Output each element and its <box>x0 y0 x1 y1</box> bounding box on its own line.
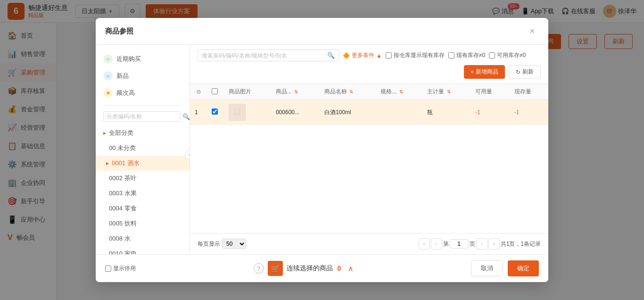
img-placeholder-icon: 🖼 <box>233 108 241 117</box>
show-disabled-checkbox[interactable] <box>105 266 111 272</box>
divider <box>103 105 182 106</box>
add-product-button[interactable]: + 新增商品 <box>464 65 505 79</box>
add-icon: + <box>471 69 474 75</box>
category-0002[interactable]: 0002 茶叶 <box>96 171 190 186</box>
refresh-label: 刷新 <box>522 68 534 76</box>
gear-col-icon[interactable]: ⚙ <box>195 89 202 95</box>
col-unit[interactable]: 主计量 ⇅ <box>422 84 471 100</box>
col-name[interactable]: 商品名称 ⇅ <box>320 84 376 100</box>
category-0004-label: 0004 零食 <box>109 204 137 213</box>
row-checkbox[interactable] <box>212 108 218 115</box>
quick-new[interactable]: ○ 新品 <box>96 67 190 84</box>
next-page-button[interactable]: › <box>476 238 487 250</box>
expand-icon[interactable]: ∧ <box>348 264 354 273</box>
page-label: 第 <box>443 240 449 248</box>
col-check[interactable] <box>207 84 224 100</box>
category-0003[interactable]: 0003 水果 <box>96 186 190 201</box>
category-0004[interactable]: 0004 零食 <box>96 201 190 216</box>
help-icon[interactable]: ? <box>254 263 264 274</box>
category-0010[interactable]: 0010 家电 <box>96 246 190 254</box>
refresh-button[interactable]: ↻ 刷新 <box>509 65 541 79</box>
add-product-label: 新增商品 <box>476 68 498 76</box>
product-table: ⚙ 商品图片 商品... ⇅ <box>190 84 548 125</box>
product-search-box: 🔍 <box>198 50 339 61</box>
modal-header: 商品参照 × <box>96 18 548 45</box>
confirm-button[interactable]: 确定 <box>508 260 539 276</box>
current-stock-checkbox[interactable] <box>448 52 454 58</box>
available-stock-checkbox[interactable] <box>489 52 495 58</box>
category-search-row: 🔍 <box>96 109 190 124</box>
table-row[interactable]: 1 🖼 000600... 白酒100ml <box>190 100 548 125</box>
prev-page-button[interactable]: ‹ <box>431 238 442 250</box>
category-0001[interactable]: ▶ 0001 酒水 <box>96 156 190 171</box>
warehouse-checkbox[interactable] <box>386 52 392 58</box>
product-search-icon[interactable]: 🔍 <box>327 52 335 59</box>
page-input[interactable] <box>450 239 469 249</box>
col-available: 可用量 <box>471 84 509 100</box>
row-num: 1 <box>190 100 207 125</box>
category-00[interactable]: 00 未分类 <box>96 141 190 156</box>
category-0003-label: 0003 水果 <box>109 189 137 198</box>
quick-frequent[interactable]: ★ 频次高 <box>96 84 190 101</box>
name-sort-icon: ⇅ <box>349 89 353 94</box>
page-nav: « ‹ 第 页 › » 共1页，1条记录 <box>419 238 541 250</box>
product-reference-modal: 商品参照 × ○ 近期购买 ○ 新品 ★ 频次高 <box>96 18 548 282</box>
filter-button[interactable]: 🔶 更多条件 ▲ <box>343 51 382 59</box>
table-toolbar: 🔍 🔶 更多条件 ▲ 按仓库显示现有库存 现有库存≠0 <box>190 45 548 84</box>
filter-arrow-icon: ▲ <box>376 52 382 59</box>
modal-overlay: 商品参照 × ○ 近期购买 ○ 新品 ★ 频次高 <box>0 0 644 300</box>
category-0002-label: 0002 茶叶 <box>109 174 137 183</box>
category-0005[interactable]: 0005 饮料 <box>96 216 190 231</box>
row-code: 000600... <box>271 100 320 125</box>
product-thumbnail: 🖼 <box>229 104 246 121</box>
active-triangle-icon: ▶ <box>106 161 109 166</box>
row-name: 白酒100ml <box>320 100 376 125</box>
category-0008-label: 0008 水 <box>109 234 131 243</box>
spec-sort-icon: ⇅ <box>399 89 403 94</box>
select-all-checkbox[interactable] <box>212 88 218 94</box>
code-sort-icon: ⇅ <box>294 89 298 94</box>
row-spec <box>376 100 422 125</box>
category-all[interactable]: ▶ 全部分类 <box>96 125 190 141</box>
cancel-button[interactable]: 取消 <box>471 260 503 276</box>
category-search-input[interactable] <box>103 111 181 122</box>
modal-close-button[interactable]: × <box>526 25 539 38</box>
recent-label: 近期购买 <box>116 55 141 63</box>
available-stock-checkbox-label[interactable]: 可用库存≠0 <box>489 51 526 59</box>
freq-icon: ★ <box>103 88 113 98</box>
expand-icon: ▶ <box>103 131 106 135</box>
first-page-button[interactable]: « <box>419 238 430 250</box>
left-panel: ○ 近期购买 ○ 新品 ★ 频次高 🔍 <box>96 45 190 254</box>
col-img: 商品图片 <box>224 84 271 100</box>
per-page-select[interactable]: 10 20 50 100 <box>222 239 246 249</box>
col-spec[interactable]: 规格... ⇅ <box>376 84 422 100</box>
toolbar-right: + 新增商品 ↻ 刷新 <box>464 65 541 79</box>
selected-count-badge: 0 <box>335 265 344 272</box>
current-stock-text: 现有库存≠0 <box>456 51 485 59</box>
unit-sort-icon: ⇅ <box>447 89 451 94</box>
category-0008[interactable]: 0008 水 <box>96 231 190 246</box>
show-disabled-label[interactable]: 显示停用 <box>105 265 136 273</box>
category-search-icon[interactable]: 🔍 <box>182 113 190 120</box>
cart-icon[interactable]: 🛒 <box>268 261 283 276</box>
col-code[interactable]: 商品... ⇅ <box>271 84 320 100</box>
category-0001-label: 0001 酒水 <box>112 159 140 167</box>
pagination-bar: 每页显示 10 20 50 100 « ‹ 第 页 <box>190 233 548 254</box>
last-page-button[interactable]: » <box>488 238 500 250</box>
warehouse-checkbox-label[interactable]: 按仓库显示现有库存 <box>386 51 445 59</box>
current-stock-checkbox-label[interactable]: 现有库存≠0 <box>448 51 485 59</box>
total-records: 共1页，1条记录 <box>501 240 541 248</box>
row-check[interactable] <box>207 100 224 125</box>
warehouse-checkbox-text: 按仓库显示现有库存 <box>394 51 445 59</box>
row-stock: -1 <box>510 100 548 125</box>
product-search-input[interactable] <box>202 52 325 59</box>
col-gear[interactable]: ⚙ <box>190 84 207 100</box>
quick-recent[interactable]: ○ 近期购买 <box>96 50 190 67</box>
category-all-label: 全部分类 <box>109 129 133 137</box>
modal-body: ○ 近期购买 ○ 新品 ★ 频次高 🔍 <box>96 45 548 254</box>
selected-count-display: 连续选择的商品 0 <box>287 264 344 273</box>
available-stock-text: 可用库存≠0 <box>497 51 526 59</box>
footer-buttons: 取消 确定 <box>471 260 539 276</box>
row-img: 🖼 <box>224 100 271 125</box>
page-unit: 页 <box>470 240 475 248</box>
